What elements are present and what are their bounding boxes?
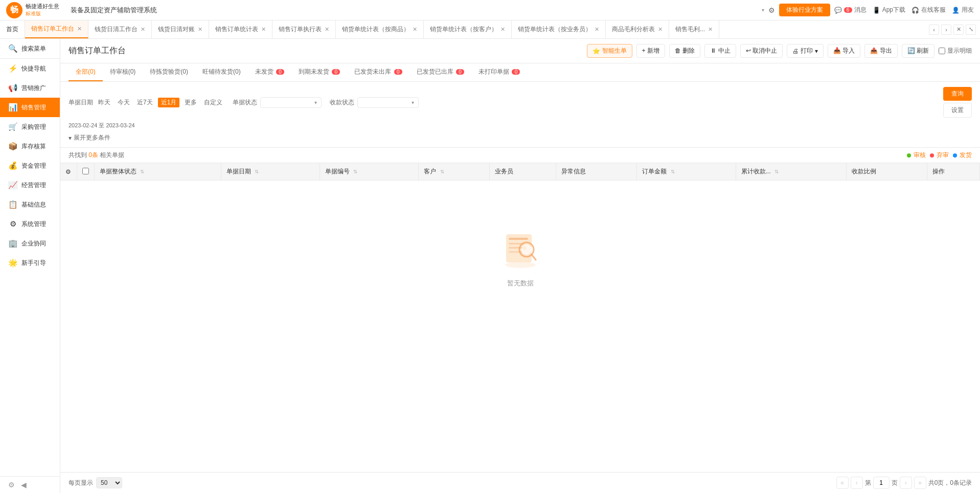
- page-prev-btn[interactable]: ‹: [851, 477, 863, 489]
- sidebar-item-finance[interactable]: 💰 资金管理: [0, 156, 60, 175]
- tab-sales-more[interactable]: 销售毛利... ✕: [669, 20, 719, 38]
- tab-nav-next[interactable]: ›: [941, 25, 951, 35]
- page-input[interactable]: [873, 477, 890, 489]
- page-first-btn[interactable]: «: [836, 477, 849, 489]
- sidebar-item-newbie[interactable]: 🌟 新手引导: [0, 253, 60, 273]
- smart-create-btn[interactable]: ⭐ 智能生单: [587, 44, 632, 58]
- tab-sales-stat-staff-close[interactable]: ✕: [595, 27, 599, 32]
- ship-action-btn[interactable]: 发货: [953, 151, 972, 160]
- sub-tab-pending-inspect[interactable]: 待拣货验货(0): [143, 63, 195, 81]
- unreview-action-btn[interactable]: 弃审: [930, 151, 949, 160]
- col-amount-sort[interactable]: ⇅: [671, 169, 675, 174]
- import-btn[interactable]: 📥 导入: [828, 44, 860, 58]
- review-action-btn[interactable]: 审核: [907, 151, 926, 160]
- sidebar-item-inventory[interactable]: 📦 库存核算: [0, 137, 60, 156]
- sidebar-enterprise-label: 企业协同: [21, 239, 46, 248]
- support-btn[interactable]: 🎧 在线客服: [911, 6, 946, 14]
- page-last-btn[interactable]: »: [914, 477, 926, 489]
- sidebar-item-enterprise[interactable]: 🏢 企业协同: [0, 234, 60, 253]
- tab-gross-profit[interactable]: 商品毛利分析表 ✕: [606, 20, 669, 38]
- system-dropdown-arrow[interactable]: ▾: [762, 7, 764, 13]
- message-btn[interactable]: 💬 6 消息: [834, 6, 867, 14]
- date-opt-custom[interactable]: 自定义: [202, 97, 224, 108]
- date-opt-1month[interactable]: 近1月: [158, 98, 180, 107]
- refresh-btn[interactable]: 🔄 刷新: [902, 44, 935, 58]
- app-download-btn[interactable]: 📱 App下载: [873, 6, 905, 14]
- sidebar-item-marketing[interactable]: 📢 营销推广: [0, 78, 60, 98]
- tab-close-all[interactable]: ✕: [953, 25, 964, 35]
- tab-sales-stat-product-close[interactable]: ✕: [413, 27, 417, 32]
- trial-btn[interactable]: 体验行业方案: [779, 4, 830, 16]
- col-date-sort[interactable]: ⇅: [255, 169, 259, 174]
- tab-home[interactable]: 首页: [0, 20, 25, 38]
- tab-nav-prev[interactable]: ‹: [929, 25, 939, 35]
- sub-tab-pending-review[interactable]: 待审核(0): [103, 63, 143, 81]
- sub-tab-overdue[interactable]: 到期未发货 0: [291, 63, 347, 81]
- sub-tab-shipped-out[interactable]: 已发货已出库 0: [409, 63, 471, 81]
- sidebar-item-sales[interactable]: 📊 销售管理: [0, 98, 60, 117]
- tab-cash-daily-close[interactable]: ✕: [141, 27, 145, 32]
- print-dropdown-arrow[interactable]: ▾: [815, 48, 818, 55]
- per-page-select[interactable]: 50 10 20 30 100: [96, 477, 122, 488]
- expand-filter-btn[interactable]: ▾ 展开更多条件: [69, 133, 972, 142]
- date-opt-more[interactable]: 更多: [183, 97, 199, 108]
- date-opt-7days[interactable]: 近7天: [135, 97, 155, 108]
- tab-sales-stat-customer[interactable]: 销货单统计表（按客户） ✕: [424, 20, 512, 38]
- select-all-checkbox[interactable]: [82, 168, 89, 174]
- sidebar-item-quick-nav[interactable]: ⚡ 快捷导航: [0, 59, 60, 78]
- status-filter-select[interactable]: ▾: [260, 97, 322, 108]
- tab-sales-stat-close[interactable]: ✕: [261, 27, 266, 32]
- sidebar-item-purchase[interactable]: 🛒 采购管理: [0, 117, 60, 137]
- col-collected-sort[interactable]: ⇅: [774, 169, 779, 174]
- tab-sales-workbench[interactable]: 销售订单工作台 ✕: [25, 20, 88, 38]
- sub-tab-not-shipped[interactable]: 未发货 0: [248, 63, 291, 81]
- tab-sales-exec[interactable]: 销售订单执行表 ✕: [272, 20, 336, 38]
- pause-btn[interactable]: ⏸ 中止: [704, 44, 736, 58]
- tab-sales-more-close[interactable]: ✕: [708, 27, 713, 32]
- tab-sales-workbench-close[interactable]: ✕: [77, 26, 82, 32]
- print-btn[interactable]: 🖨 打印 ▾: [787, 44, 824, 58]
- date-opt-today[interactable]: 今天: [116, 97, 132, 108]
- sub-tab-not-printed[interactable]: 未打印单据 0: [471, 63, 527, 81]
- tab-cash-reconcile-close[interactable]: ✕: [198, 27, 202, 32]
- col-checkbox[interactable]: [77, 163, 94, 181]
- col-gear[interactable]: ⚙: [60, 163, 77, 181]
- sidebar-item-operations[interactable]: 📈 经营管理: [0, 175, 60, 195]
- svg-point-0: [505, 262, 536, 268]
- user-btn[interactable]: 👤 用友: [952, 6, 974, 14]
- tab-cash-daily[interactable]: 钱货日清工作台 ✕: [88, 20, 152, 38]
- query-btn[interactable]: 查询: [943, 87, 972, 101]
- sub-tab-wangpu[interactable]: 旺铺待发货(0): [195, 63, 248, 81]
- cancel-pause-btn[interactable]: ↩ 取消中止: [740, 44, 783, 58]
- col-customer-sort[interactable]: ⇅: [440, 169, 444, 174]
- tab-sales-stat-product[interactable]: 销货单统计表（按商品） ✕: [336, 20, 424, 38]
- tab-sales-stat[interactable]: 销售订单统计表 ✕: [209, 20, 272, 38]
- col-number-sort[interactable]: ⇅: [353, 169, 357, 174]
- col-status-sort[interactable]: ⇅: [140, 169, 144, 174]
- tab-cash-reconcile[interactable]: 钱货日清对账 ✕: [152, 20, 209, 38]
- tab-sales-stat-customer-close[interactable]: ✕: [500, 27, 505, 32]
- sidebar-item-basic-info[interactable]: 📋 基础信息: [0, 195, 60, 214]
- sidebar-collapse-btn[interactable]: ◀: [21, 481, 27, 489]
- add-btn[interactable]: + 新增: [636, 44, 665, 58]
- payment-filter-select[interactable]: ▾: [357, 97, 419, 108]
- tab-sales-stat-staff[interactable]: 销货单统计表（按业务员） ✕: [512, 20, 606, 38]
- sidebar-settings-btn[interactable]: ⚙: [8, 481, 15, 489]
- sub-tab-all[interactable]: 全部(0): [69, 63, 103, 81]
- show-detail-input[interactable]: [939, 48, 945, 54]
- sidebar-item-search[interactable]: 🔍 搜索菜单: [0, 39, 60, 59]
- tab-sales-exec-close[interactable]: ✕: [325, 27, 329, 32]
- date-opt-yesterday[interactable]: 昨天: [96, 97, 112, 108]
- settings-icon[interactable]: ⚙: [768, 6, 775, 14]
- status-filter-arrow: ▾: [314, 100, 317, 105]
- export-btn[interactable]: 📤 导出: [864, 44, 897, 58]
- sub-tab-shipped-not-out[interactable]: 已发货未出库 0: [347, 63, 409, 81]
- delete-btn[interactable]: 🗑 删除: [669, 44, 700, 58]
- set-btn[interactable]: 设置: [943, 103, 972, 118]
- show-detail-checkbox[interactable]: 显示明细: [939, 47, 972, 55]
- date-range-display: 2023-02-24 至 2023-03-24: [69, 122, 135, 129]
- tab-maximize[interactable]: ⤡: [966, 25, 976, 35]
- page-next-btn[interactable]: ›: [900, 477, 912, 489]
- sidebar-item-system[interactable]: ⚙ 系统管理: [0, 214, 60, 234]
- tab-gross-profit-close[interactable]: ✕: [658, 27, 663, 32]
